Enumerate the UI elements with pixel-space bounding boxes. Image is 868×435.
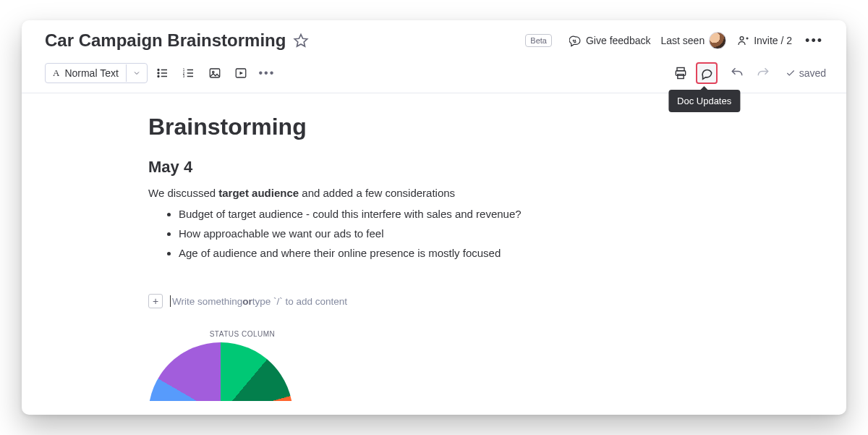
placeholder-pre: Write something <box>172 296 242 307</box>
text-cursor <box>170 295 171 307</box>
svg-marker-0 <box>295 35 307 47</box>
save-status: saved <box>786 67 826 79</box>
embedded-chart[interactable]: STATUS COLUMN Future steps: 30.8% <box>148 330 698 401</box>
text-format-select[interactable]: ANormal Text <box>45 63 148 83</box>
invite-label: Invite / 2 <box>754 35 792 46</box>
save-status-label: saved <box>799 67 826 79</box>
svg-point-4 <box>158 69 159 71</box>
list-item[interactable]: Budget of target audience - could this i… <box>179 208 698 220</box>
more-tools-button[interactable]: ••• <box>256 62 278 84</box>
svg-point-6 <box>158 76 159 77</box>
app-window: Car Campaign Brainstorming Beta Give fee… <box>22 20 846 415</box>
bulleted-list-button[interactable] <box>152 62 174 84</box>
add-block-button[interactable]: + <box>148 294 163 308</box>
title-bar: Car Campaign Brainstorming Beta Give fee… <box>22 20 846 55</box>
more-menu-button[interactable]: ••• <box>802 33 826 48</box>
last-seen-label: Last seen <box>660 35 705 46</box>
pie-chart <box>148 342 293 401</box>
text-format-label: Normal Text <box>64 67 118 79</box>
svg-point-5 <box>158 72 159 74</box>
placeholder-post: type `/` to add content <box>252 296 347 307</box>
svg-point-1 <box>740 37 744 41</box>
svg-point-17 <box>212 71 213 72</box>
give-feedback-button[interactable]: Give feedback <box>569 35 651 47</box>
chevron-down-icon[interactable] <box>126 64 147 82</box>
undo-button[interactable] <box>726 62 748 84</box>
more-icon: ••• <box>258 67 275 80</box>
beta-badge: Beta <box>525 34 552 47</box>
numbered-list-button[interactable]: 123 <box>178 62 200 84</box>
insert-video-button[interactable] <box>230 62 252 84</box>
svg-marker-19 <box>239 72 243 75</box>
list-item[interactable]: How approachable we want our ads to feel <box>179 227 698 240</box>
intro-post: and added a few considerations <box>299 187 455 199</box>
more-icon: ••• <box>805 33 823 48</box>
give-feedback-label: Give feedback <box>586 35 651 46</box>
chart-title: STATUS COLUMN <box>148 330 336 338</box>
list-item[interactable]: Age of audience and where their online p… <box>179 247 698 259</box>
last-seen-button[interactable]: Last seen <box>660 32 726 49</box>
avatar[interactable] <box>709 32 726 49</box>
favorite-star-icon[interactable] <box>293 33 309 48</box>
bullet-list[interactable]: Budget of target audience - could this i… <box>148 208 698 259</box>
doc-updates-tooltip: Doc Updates <box>668 90 740 112</box>
print-button[interactable] <box>670 62 692 84</box>
text-format-icon: A <box>53 67 59 79</box>
svg-rect-16 <box>210 69 220 77</box>
heading-2[interactable]: May 4 <box>148 158 698 177</box>
insert-image-button[interactable] <box>204 62 226 84</box>
new-block-row[interactable]: + Write something or type `/` to add con… <box>148 294 698 308</box>
intro-pre: We discussed <box>148 187 218 199</box>
heading-1[interactable]: Brainstorming <box>148 114 698 140</box>
intro-paragraph[interactable]: We discussed target audience and added a… <box>148 187 698 199</box>
document-title[interactable]: Car Campaign Brainstorming <box>45 30 286 51</box>
svg-rect-22 <box>677 75 683 79</box>
placeholder-bold: or <box>242 296 252 307</box>
invite-button[interactable]: Invite / 2 <box>736 34 792 47</box>
svg-text:3: 3 <box>183 75 185 78</box>
intro-bold: target audience <box>218 187 299 199</box>
document-area[interactable]: Brainstorming May 4 We discussed target … <box>22 93 846 401</box>
toolbar: ANormal Text 123 ••• <box>22 55 846 93</box>
redo-button[interactable] <box>752 62 774 84</box>
doc-updates-button[interactable] <box>696 62 718 84</box>
